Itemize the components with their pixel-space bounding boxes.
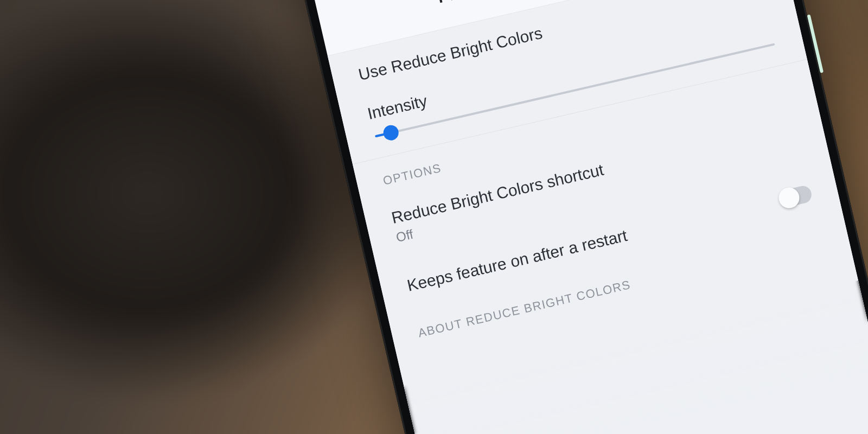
settings-content: Use Reduce Bright Colors Intensity OPTIO…: [328, 0, 868, 434]
keep-on-toggle[interactable]: [778, 184, 813, 208]
slider-thumb[interactable]: [382, 124, 400, 142]
